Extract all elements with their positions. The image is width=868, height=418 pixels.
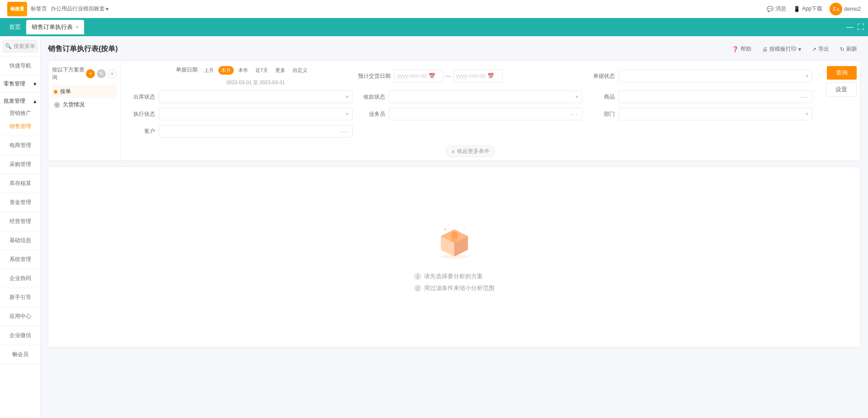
- export-button[interactable]: ↗ 导出: [808, 43, 833, 55]
- date-tab-more[interactable]: 更多: [273, 66, 288, 75]
- setting-button[interactable]: 设置: [826, 82, 857, 97]
- expected-date-end[interactable]: yyyy-mm-dd 📅: [453, 70, 503, 82]
- nav-title-dropdown[interactable]: 办公用品行业模拟账套 ▾: [51, 5, 108, 13]
- date-tab-group: 上月 本月 本年 近7天 更多 自定义: [201, 66, 310, 75]
- sidebar-item-apps[interactable]: 应用中心: [0, 307, 40, 326]
- date-tab-thismonth[interactable]: 本月: [218, 66, 234, 75]
- empty-tip-2: 2 用过滤条件来缩小分析范围: [414, 284, 495, 292]
- page-actions: ❓ 帮助 🖨 按模板打印 ▾ ↗ 导出 ↻ 刷新: [728, 43, 861, 55]
- scheme-item-qiankuan[interactable]: ○ 欠货情况: [52, 98, 117, 111]
- empty-tip-1: 1 请先选择要分析的方案: [414, 272, 495, 280]
- customer-input[interactable]: ···: [159, 125, 353, 138]
- filter-warehouse-status: 出库状态 ▾: [128, 90, 353, 103]
- scheme-dot-grey: ○: [54, 102, 60, 108]
- svg-line-12: [461, 222, 462, 225]
- sidebar-item-ops[interactable]: 经营管理: [0, 212, 40, 231]
- date-tab-thisyear[interactable]: 本年: [236, 66, 251, 75]
- filter-dept: 部门 ▾: [588, 108, 812, 120]
- filter-salesman: 业务员 ···: [358, 108, 583, 120]
- query-button[interactable]: 查询: [827, 66, 857, 80]
- svg-line-11: [448, 223, 449, 226]
- messages-button[interactable]: 💬 消息: [767, 5, 786, 13]
- sidebar-item-quick-nav[interactable]: 快捷导航: [0, 57, 40, 76]
- date-tab-7days[interactable]: 近7天: [253, 66, 271, 75]
- collapse-icon: ∧: [451, 148, 455, 155]
- calendar-icon-end: 📅: [487, 73, 494, 79]
- user-menu[interactable]: Ea demo2: [830, 3, 861, 15]
- scheme-dot-orange: [54, 90, 57, 94]
- calendar-icon: 📅: [429, 73, 435, 79]
- sidebar-item-purchase[interactable]: 采购管理: [0, 155, 40, 174]
- warehouse-status-select[interactable]: ▾: [159, 90, 353, 103]
- sidebar-item-wholesale[interactable]: 批发管理 ▴ 营销推广 销售管理: [0, 93, 40, 136]
- tab-bar: 首页 销售订单执行表 × — ⛶: [0, 18, 868, 36]
- sidebar-item-inventory[interactable]: 库存核算: [0, 174, 40, 193]
- edit-scheme-button[interactable]: ✎: [97, 69, 106, 78]
- add-scheme-button[interactable]: +: [86, 69, 95, 78]
- chevron-down-icon: ▾: [806, 111, 808, 117]
- sidebar-item-ecom[interactable]: 电商管理: [0, 136, 40, 155]
- payment-status-select[interactable]: ▾: [389, 90, 583, 103]
- scheme-item-anpai[interactable]: 按单: [52, 85, 117, 98]
- sidebar-item-corp[interactable]: 企业协同: [0, 269, 40, 288]
- sidebar-item-system[interactable]: 系统管理: [0, 250, 40, 269]
- salesman-input[interactable]: ···: [389, 108, 583, 120]
- chevron-down-icon: ▾: [346, 111, 349, 117]
- print-icon: 🖨: [762, 46, 768, 52]
- top-bar: 畅捷通 标签页 办公用品行业模拟账套 ▾ 💬 消息 📱 App下载 Ea dem…: [0, 0, 868, 18]
- filter-scheme-panel: 按以下方案查询 + ✎ « 按单 ○ 欠货情况: [48, 61, 121, 161]
- tab-bar-actions: — ⛶: [846, 23, 864, 31]
- tab-close-icon[interactable]: ×: [75, 24, 79, 30]
- download-icon: 📱: [793, 6, 800, 12]
- top-bar-left: 畅捷通 标签页 办公用品行业模拟账套 ▾: [7, 2, 108, 16]
- help-icon: ❓: [732, 46, 739, 52]
- svg-point-9: [444, 228, 447, 231]
- chevron-down-icon: ▾: [806, 73, 808, 79]
- exec-status-select[interactable]: ▾: [159, 108, 353, 120]
- goods-input[interactable]: ···: [618, 90, 812, 103]
- dept-select[interactable]: ▾: [618, 108, 812, 120]
- tab-minimize-button[interactable]: —: [846, 23, 854, 31]
- app-download-button[interactable]: 📱 App下载: [793, 5, 822, 13]
- sidebar-item-corpwx[interactable]: 企业微信: [0, 326, 40, 345]
- filter-single-status: 单据状态 ▾: [588, 66, 812, 86]
- filter-customer: 客户 ···: [128, 125, 353, 138]
- date-tab-custom[interactable]: 自定义: [290, 66, 310, 75]
- filter-row-2: 出库状态 ▾ 收款状态 ▾: [128, 90, 812, 103]
- refresh-icon: ↻: [840, 46, 844, 52]
- sidebar-subitem-marketing[interactable]: 营销推广: [0, 107, 40, 120]
- template-print-button[interactable]: 🖨 按模板打印 ▾: [759, 43, 805, 55]
- chevron-up-icon: ▴: [33, 98, 37, 104]
- app-logo: 畅捷通: [7, 2, 27, 16]
- main-layout: 🔍 搜索菜单 快捷导航 零售管理 ▾ 批发管理 ▴ 营销推广 销售管理 电商管理…: [0, 36, 868, 418]
- expected-date-start[interactable]: yyyy-mm-dd 📅: [394, 70, 444, 82]
- tab-maximize-button[interactable]: ⛶: [857, 23, 864, 31]
- tab-sales-exec[interactable]: 销售订单执行表 ×: [26, 20, 84, 34]
- sidebar-subitem-sales[interactable]: 销售管理: [0, 120, 40, 133]
- help-button[interactable]: ❓ 帮助: [728, 43, 755, 55]
- refresh-button[interactable]: ↻ 刷新: [836, 43, 861, 55]
- svg-point-10: [463, 226, 465, 228]
- filter-single-date: 单据日期 上月 本月 本年 近7天 更多 自定义: [128, 66, 353, 86]
- filter-row-1: 单据日期 上月 本月 本年 近7天 更多 自定义: [128, 66, 812, 86]
- avatar: Ea: [830, 3, 842, 15]
- search-menu-button[interactable]: 🔍 搜索菜单: [3, 40, 38, 52]
- collapse-scheme-button[interactable]: «: [108, 69, 117, 78]
- chevron-down-icon: ▾: [576, 94, 578, 100]
- expected-date-range: yyyy-mm-dd 📅 — yyyy-mm-dd 📅: [394, 70, 503, 82]
- filter-payment-status: 收款状态 ▾: [358, 90, 583, 103]
- date-tab-lastmonth[interactable]: 上月: [201, 66, 217, 75]
- sidebar-item-finance[interactable]: 资金管理: [0, 193, 40, 212]
- svg-point-4: [451, 232, 458, 239]
- sidebar-item-retail[interactable]: 零售管理 ▾: [0, 76, 40, 93]
- sidebar-item-member[interactable]: 畅会员: [0, 345, 40, 364]
- sidebar-item-newbie[interactable]: 新手引导: [0, 288, 40, 307]
- sidebar-item-basic[interactable]: 基础信息: [0, 231, 40, 250]
- single-status-select[interactable]: ▾: [618, 70, 812, 82]
- collapse-button[interactable]: ∧ 收起更多条件: [446, 146, 495, 157]
- empty-svg: [432, 218, 477, 263]
- chevron-down-icon: ▾: [33, 81, 37, 87]
- salesman-select-icon: ···: [571, 110, 579, 118]
- empty-illustration: [432, 218, 477, 263]
- tab-home[interactable]: 首页: [4, 20, 26, 34]
